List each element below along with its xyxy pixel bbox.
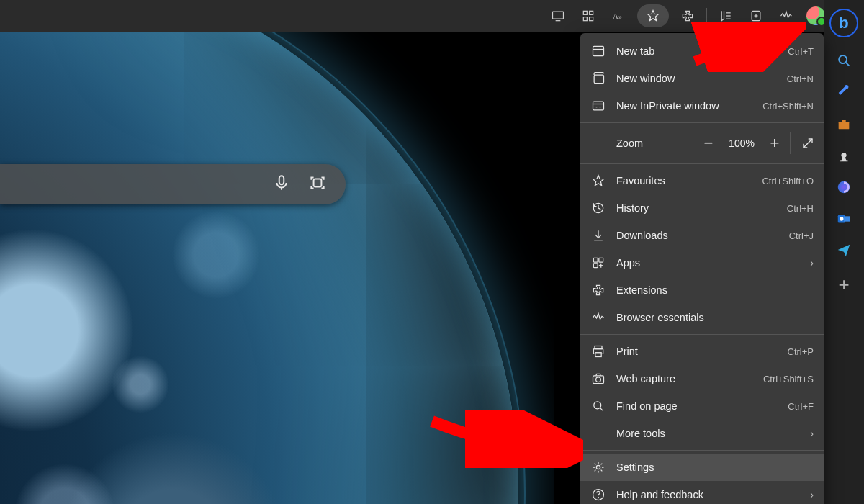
menu-label: Browser essentials bbox=[616, 312, 814, 323]
download-icon bbox=[590, 228, 606, 243]
svg-rect-51 bbox=[839, 122, 850, 129]
menu-label: Find on page bbox=[616, 400, 788, 412]
menu-label: Favourites bbox=[616, 175, 762, 186]
earth-image bbox=[0, 32, 518, 504]
menu-shortcut: Ctrl+Shift+O bbox=[762, 176, 814, 186]
menu-label: Extensions bbox=[616, 284, 814, 296]
sidebar-shopping-icon[interactable] bbox=[835, 84, 852, 101]
menu-downloads[interactable]: Downloads Ctrl+J bbox=[580, 222, 824, 249]
menu-label: New InPrivate window bbox=[616, 100, 762, 112]
edge-sidebar: b + bbox=[824, 0, 864, 504]
split-screen-icon[interactable] bbox=[574, 1, 603, 30]
gear-icon bbox=[590, 459, 606, 475]
history-icon bbox=[590, 200, 606, 216]
menu-shortcut: Ctrl+T bbox=[788, 46, 814, 57]
screen-cast-icon[interactable] bbox=[544, 1, 572, 30]
blank-icon bbox=[590, 426, 606, 441]
toolbar-separator bbox=[706, 8, 707, 24]
chevron-right-icon: › bbox=[810, 428, 814, 439]
menu-separator bbox=[580, 334, 824, 335]
search-bar[interactable] bbox=[0, 164, 346, 204]
menu-shortcut: Ctrl+Shift+N bbox=[762, 101, 814, 112]
menu-print[interactable]: Print Ctrl+P bbox=[580, 338, 824, 365]
menu-shortcut: Ctrl+H bbox=[787, 203, 814, 214]
menu-new-tab[interactable]: New tab Ctrl+T bbox=[580, 37, 824, 65]
svg-rect-53 bbox=[840, 160, 848, 161]
sidebar-send-icon[interactable] bbox=[835, 242, 852, 259]
menu-settings[interactable]: Settings bbox=[580, 454, 824, 481]
fullscreen-button[interactable] bbox=[792, 126, 824, 161]
menu-favourites[interactable]: Favourites Ctrl+Shift+O bbox=[580, 167, 824, 194]
menu-find-on-page[interactable]: Find on page Ctrl+F bbox=[580, 392, 824, 420]
sidebar-add-icon[interactable]: + bbox=[838, 274, 849, 296]
zoom-label: Zoom bbox=[616, 138, 695, 149]
chevron-right-icon: › bbox=[810, 257, 814, 269]
help-icon bbox=[590, 487, 606, 503]
heartbeat-icon bbox=[590, 310, 606, 325]
zoom-in-button[interactable]: + bbox=[761, 126, 788, 161]
menu-label: Settings bbox=[616, 462, 814, 473]
menu-more-tools[interactable]: More tools › bbox=[580, 420, 824, 447]
read-aloud-icon[interactable] bbox=[604, 1, 633, 30]
page-background bbox=[0, 32, 554, 504]
menu-label: Web capture bbox=[616, 373, 763, 384]
menu-label: More tools bbox=[616, 428, 810, 439]
new-tab-icon bbox=[590, 43, 606, 59]
zoom-separator bbox=[790, 132, 791, 154]
menu-separator bbox=[580, 163, 824, 164]
menu-label: History bbox=[616, 202, 787, 214]
menu-label: Help and feedback bbox=[616, 489, 810, 500]
menu-label: New tab bbox=[616, 45, 788, 57]
settings-and-more-menu: New tab Ctrl+T New window Ctrl+N New InP… bbox=[580, 33, 824, 504]
menu-shortcut: Ctrl+J bbox=[789, 230, 814, 241]
sidebar-outlook-icon[interactable] bbox=[835, 210, 852, 228]
menu-separator bbox=[580, 122, 824, 123]
menu-label: Print bbox=[616, 346, 788, 357]
new-window-icon bbox=[590, 71, 606, 86]
favorites-list-icon[interactable] bbox=[711, 1, 740, 30]
zoom-out-button[interactable]: − bbox=[695, 126, 722, 161]
chevron-right-icon: › bbox=[810, 489, 814, 500]
sidebar-m365-icon[interactable] bbox=[835, 179, 852, 196]
sidebar-games-icon[interactable] bbox=[835, 147, 852, 164]
browser-essentials-icon[interactable] bbox=[772, 1, 801, 30]
bing-chat-icon[interactable]: b bbox=[829, 9, 858, 37]
svg-point-57 bbox=[840, 217, 844, 221]
menu-apps[interactable]: Apps › bbox=[580, 249, 824, 276]
menu-shortcut: Ctrl+P bbox=[788, 346, 814, 357]
menu-new-inprivate[interactable]: New InPrivate window Ctrl+Shift+N bbox=[580, 92, 824, 120]
sidebar-tools-icon[interactable] bbox=[835, 115, 852, 132]
menu-zoom-row: Zoom − 100% + bbox=[580, 126, 824, 161]
menu-label: Downloads bbox=[616, 230, 789, 241]
menu-label: Apps bbox=[616, 257, 810, 269]
menu-shortcut: Ctrl+F bbox=[788, 401, 814, 412]
inprivate-icon bbox=[590, 98, 606, 114]
menu-web-capture[interactable]: Web capture Ctrl+Shift+S bbox=[580, 365, 824, 392]
menu-help-feedback[interactable]: Help and feedback › bbox=[580, 481, 824, 504]
camera-icon bbox=[590, 371, 606, 387]
menu-new-window[interactable]: New window Ctrl+N bbox=[580, 65, 824, 92]
mic-icon[interactable] bbox=[272, 174, 291, 195]
apps-icon bbox=[590, 255, 606, 271]
menu-browser-essentials[interactable]: Browser essentials bbox=[580, 304, 824, 331]
profile-avatar[interactable] bbox=[806, 6, 825, 25]
extensions-icon[interactable] bbox=[673, 1, 702, 30]
favorite-star-icon[interactable] bbox=[637, 4, 669, 27]
menu-shortcut: Ctrl+Shift+S bbox=[763, 374, 814, 384]
svg-rect-56 bbox=[844, 216, 850, 221]
search-icon bbox=[590, 398, 606, 414]
browser-toolbar bbox=[0, 0, 864, 32]
sidebar-search-icon[interactable] bbox=[835, 52, 852, 69]
menu-label: New window bbox=[616, 73, 787, 84]
puzzle-icon bbox=[590, 282, 606, 298]
zoom-value: 100% bbox=[722, 138, 761, 149]
collections-icon[interactable] bbox=[742, 1, 770, 30]
visual-search-icon[interactable] bbox=[308, 174, 327, 195]
svg-rect-52 bbox=[842, 120, 846, 122]
star-icon bbox=[590, 173, 606, 189]
print-icon bbox=[590, 343, 606, 359]
menu-history[interactable]: History Ctrl+H bbox=[580, 194, 824, 222]
menu-shortcut: Ctrl+N bbox=[787, 73, 814, 84]
menu-separator bbox=[580, 450, 824, 451]
menu-extensions[interactable]: Extensions bbox=[580, 276, 824, 304]
